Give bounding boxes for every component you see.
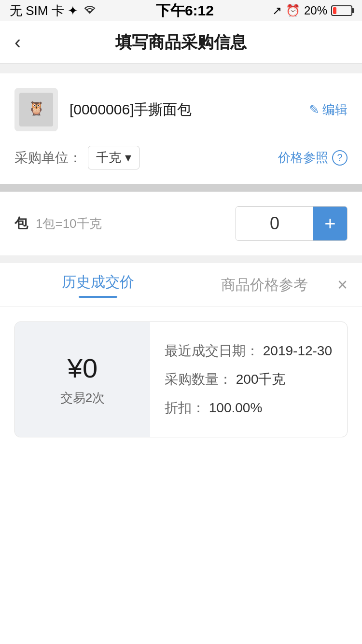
tab-history-label: 历史成交价 <box>62 272 134 292</box>
discount-value: 100.00% <box>209 400 263 415</box>
nav-bar: ‹ 填写商品采购信息 <box>0 21 362 64</box>
unit-info: 包 1包=10千克 <box>14 214 102 233</box>
product-unit-row: 采购单位： 千克 ▾ 价格参照 ? <box>14 146 348 169</box>
history-price-panel: ¥0 交易2次 <box>15 322 150 437</box>
unit-selector-group: 采购单位： 千克 ▾ <box>14 146 139 169</box>
tab-history[interactable]: 历史成交价 <box>14 263 181 307</box>
tab-product-price-label: 商品价格参考 <box>221 275 308 295</box>
status-time: 下午6:12 <box>156 1 214 21</box>
bottom-panel: 历史成交价 商品价格参考 × ¥0 交易2次 最近成交日期： 2019-12-3… <box>0 263 362 644</box>
quantity-input[interactable] <box>236 207 313 240</box>
recent-date-row: 最近成交日期： 2019-12-30 <box>165 341 333 360</box>
history-card: ¥0 交易2次 最近成交日期： 2019-12-30 采购数量： 200千克 折… <box>14 322 348 437</box>
back-button[interactable]: ‹ <box>14 31 21 53</box>
sim-label: 无 SIM 卡 ✦ <box>10 2 78 19</box>
empty-content-area <box>0 452 362 644</box>
discount-label: 折扣： <box>165 400 205 415</box>
quantity-controls: + <box>236 206 348 241</box>
battery-icon <box>331 5 352 16</box>
back-icon: ‹ <box>14 31 21 53</box>
history-price-value: ¥0 <box>68 352 97 384</box>
history-transaction-count: 交易2次 <box>60 390 105 406</box>
purchase-qty-label: 采购数量： <box>165 372 232 387</box>
alarm-icon: ⏰ <box>286 4 300 17</box>
dropdown-arrow-icon: ▾ <box>125 150 131 165</box>
tab-active-indicator <box>79 296 117 298</box>
purchase-qty-row: 采购数量： 200千克 <box>165 370 333 389</box>
recent-date-value: 2019-12-30 <box>263 343 332 358</box>
product-card: 🦉 [0000006]手撕面包 ✎ 编辑 采购单位： 千克 ▾ 价格参照 ? <box>0 73 362 184</box>
recent-date-label: 最近成交日期： <box>165 343 259 358</box>
status-left: 无 SIM 卡 ✦ <box>10 2 97 19</box>
status-bar: 无 SIM 卡 ✦ 下午6:12 ↗ ⏰ 20% <box>0 0 362 21</box>
unit-icon-label: 包 <box>14 214 28 233</box>
unit-label: 采购单位： <box>14 149 82 167</box>
info-icon: ? <box>332 150 348 166</box>
price-ref-label: 价格参照 <box>278 149 328 166</box>
price-ref-button[interactable]: 价格参照 ? <box>278 149 348 166</box>
section-divider <box>0 184 362 192</box>
tab-bar: 历史成交价 商品价格参考 × <box>0 263 362 307</box>
status-right: ↗ ⏰ 20% <box>272 4 352 17</box>
unit-conversion: 1包=10千克 <box>36 215 102 232</box>
edit-label: 编辑 <box>322 101 348 118</box>
page-title: 填写商品采购信息 <box>115 31 247 54</box>
purchase-qty-value: 200千克 <box>236 372 286 387</box>
edit-button[interactable]: ✎ 编辑 <box>309 101 348 118</box>
edit-icon: ✎ <box>309 102 320 117</box>
discount-row: 折扣： 100.00% <box>165 398 333 417</box>
product-name: [0000006]手撕面包 <box>70 100 192 120</box>
battery-percent: 20% <box>304 4 327 17</box>
history-section: ¥0 交易2次 最近成交日期： 2019-12-30 采购数量： 200千克 折… <box>0 307 362 452</box>
tab-close-button[interactable]: × <box>337 275 348 295</box>
product-left: 🦉 [0000006]手撕面包 <box>14 88 192 131</box>
product-header: 🦉 [0000006]手撕面包 ✎ 编辑 <box>14 88 348 131</box>
unit-value: 千克 <box>96 149 121 166</box>
wifi-icon <box>82 3 97 18</box>
history-details-panel: 最近成交日期： 2019-12-30 采购数量： 200千克 折扣： 100.0… <box>150 322 347 437</box>
svg-text:🦉: 🦉 <box>28 100 45 116</box>
quantity-row: 包 1包=10千克 + <box>0 192 362 255</box>
product-thumbnail: 🦉 <box>14 88 58 131</box>
location-icon: ↗ <box>272 4 282 17</box>
unit-dropdown[interactable]: 千克 ▾ <box>88 146 139 169</box>
quantity-plus-button[interactable]: + <box>313 207 347 240</box>
tab-product-price[interactable]: 商品价格参考 <box>181 263 348 307</box>
